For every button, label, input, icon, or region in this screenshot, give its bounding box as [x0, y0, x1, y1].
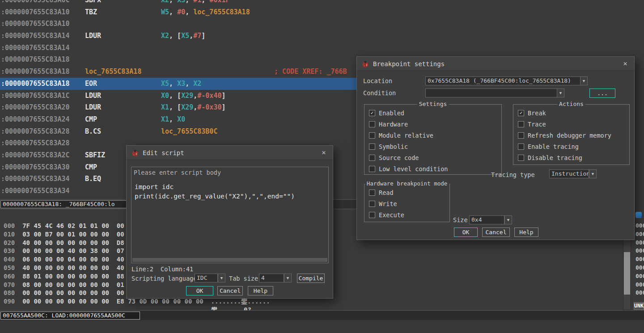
disasm-operands: loc_7655C83B0C — [161, 126, 217, 138]
location-combobox[interactable]: 0x7655C83A18 (_766BF45C00:loc_7655C83A18… — [425, 76, 580, 85]
h-scrollbar[interactable] — [132, 258, 327, 262]
checkbox-label: Break — [528, 110, 546, 117]
checkbox-refresh-debugger-memory[interactable] — [518, 132, 524, 139]
tab-size-select[interactable]: 4 — [259, 274, 284, 282]
hex-address: 020 — [4, 239, 15, 246]
disasm-mnemonic: CMP — [85, 114, 97, 126]
disasm-operands: X0, [X29,#-0x40] — [161, 90, 226, 102]
checkbox-hardware[interactable] — [369, 121, 375, 127]
right-pane-mark: 000 — [636, 239, 644, 247]
checkbox-row: Write — [369, 199, 494, 210]
checkbox-write[interactable] — [369, 201, 375, 207]
checkbox-row: Read — [369, 188, 494, 199]
operand-segment: , — [169, 8, 177, 16]
script-editor[interactable]: Please enter script body import idc prin… — [131, 167, 329, 263]
checkbox-disable-tracing[interactable] — [518, 155, 524, 161]
condition-dropdown-arrow[interactable]: ▼ — [557, 89, 564, 97]
checkbox-row: Symbolic — [369, 142, 494, 153]
condition-combobox[interactable] — [425, 89, 557, 97]
dialog-titlebar[interactable]: Edit script ✕ — [127, 146, 333, 160]
checkbox-break[interactable]: ✓ — [518, 110, 524, 116]
right-pane-mark: 000 — [636, 222, 644, 230]
size-select[interactable]: 0x4 — [469, 215, 504, 224]
condition-more-button[interactable]: ... — [589, 89, 615, 98]
location-label: Location — [363, 77, 392, 84]
operand-segment: #7 — [193, 32, 201, 40]
operand-segment: X5 — [161, 80, 169, 88]
hex-bytes: 03 00 B7 00 01 00 00 00 00 — [15, 231, 124, 238]
operand-segment: ] — [221, 92, 225, 100]
hardware-mode-groupbox: Hardware breakpoint mode ReadWriteExecut… — [364, 184, 450, 222]
operand-segment: loc_7655C83A18 — [193, 8, 250, 16]
size-arrow[interactable]: ▼ — [504, 215, 512, 224]
location-dropdown-arrow[interactable]: ▼ — [580, 76, 588, 85]
hex-bytes: 7F 45 4C 46 02 01 01 00 00 — [15, 222, 124, 229]
right-pane-mark: 000 — [636, 230, 644, 239]
operand-segment: ] — [201, 32, 205, 40]
disasm-line[interactable]: :0000007655C83A18EORX5, X3, X2 — [0, 78, 356, 90]
dialog-titlebar[interactable]: Breakpoint settings ✕ — [357, 57, 634, 71]
checkbox-row: ✓Break — [518, 108, 643, 119]
checkbox-label: Read — [379, 189, 394, 196]
hex-bytes: 00 00 00 00 40 00 38 00 07 — [15, 247, 124, 254]
checkbox-trace[interactable] — [518, 121, 524, 127]
disasm-operands: X1, [X29,#-0x30] — [161, 101, 226, 114]
scripting-language-arrow[interactable]: ▼ — [218, 274, 225, 282]
disasm-line[interactable]: :0000007655C83A10TBZW5, #0, loc_7655C83A… — [0, 6, 644, 18]
disasm-mnemonic: LDUR — [85, 90, 101, 102]
checkbox-enable-tracing[interactable] — [518, 143, 524, 150]
checkbox-label: Symbolic — [379, 143, 408, 150]
right-pane-mark: 000 — [636, 281, 644, 289]
scrollbar-thumb[interactable] — [624, 252, 630, 295]
tracing-type-arrow[interactable]: ▼ — [589, 169, 597, 178]
right-pane-mark: 000 — [636, 289, 644, 297]
disasm-comment: ; CODE XREF: _766B — [274, 66, 347, 78]
tab-size-arrow[interactable]: ▼ — [284, 274, 292, 282]
compile-button[interactable]: Compile — [297, 274, 325, 283]
checkbox-execute[interactable] — [369, 212, 375, 218]
hex-address: 030 — [4, 247, 15, 254]
checkbox-label: Write — [379, 200, 397, 207]
script-line: print(idc.get_reg_value("X2"),",",end=""… — [135, 193, 295, 200]
scripting-language-select[interactable]: IDC — [195, 274, 218, 282]
ok-button[interactable]: OK — [454, 228, 478, 237]
breakpoint-settings-dialog: Breakpoint settings ✕ Location 0x7655C83… — [356, 56, 635, 240]
condition-label: Condition — [363, 89, 396, 97]
hex-address: 080 — [4, 289, 15, 296]
checkbox-source-code[interactable] — [369, 155, 375, 161]
dialog-title: Edit script — [143, 149, 184, 156]
checkbox-enabled[interactable]: ✓ — [369, 110, 375, 116]
checkbox-label: Hardware — [379, 121, 408, 128]
checkbox-read[interactable] — [369, 190, 375, 196]
disasm-address: :0000007655C83A24 — [1, 114, 70, 126]
disasm-mnemonic: SBFIZ — [85, 149, 105, 161]
disasm-operands: W5, #0, loc_7655C83A18 — [161, 6, 250, 18]
checkbox-row: Source code — [369, 153, 494, 164]
settings-group-title: Settings — [417, 101, 449, 107]
checkbox-module-relative[interactable] — [369, 132, 375, 139]
ida-main-window: :0000007655C83A0CSBFXX2, X3, #1, #0x1F:0… — [0, 0, 644, 333]
close-icon[interactable]: ✕ — [319, 148, 328, 156]
checkbox-low-level-condition[interactable] — [369, 166, 375, 172]
scripting-language-label: Scripting language — [131, 275, 197, 282]
operand-segment: ] — [221, 103, 225, 111]
disasm-line[interactable]: :0000007655C83A14 — [0, 42, 644, 54]
disasm-line[interactable]: :0000007655C83A10 — [0, 18, 644, 30]
cancel-button[interactable]: Cancel — [217, 286, 243, 295]
right-pane-mark: 000 — [636, 272, 644, 281]
hex-address: 090 — [4, 298, 15, 305]
checkbox-symbolic[interactable] — [369, 143, 375, 150]
disasm-address: :0000007655C83A10 — [1, 18, 70, 30]
checkbox-row: Module relative — [369, 131, 494, 142]
ok-button[interactable]: OK — [186, 286, 213, 295]
disasm-line[interactable]: :0000007655C83A0CSBFXX2, X3, #1, #0x1F — [0, 0, 644, 6]
disasm-line[interactable]: :0000007655C83A14LDURX2, [X5,#7] — [0, 30, 644, 42]
checkbox-label: Module relative — [379, 132, 433, 139]
close-icon[interactable]: ✕ — [621, 59, 630, 67]
help-button[interactable]: Help — [514, 228, 538, 237]
tracing-type-select[interactable]: Instructions — [549, 169, 589, 178]
cancel-button[interactable]: Cancel — [482, 228, 510, 237]
unk-badge: UNK — [634, 302, 644, 310]
checkbox-label: Trace — [528, 121, 546, 128]
help-button[interactable]: Help — [248, 286, 273, 295]
